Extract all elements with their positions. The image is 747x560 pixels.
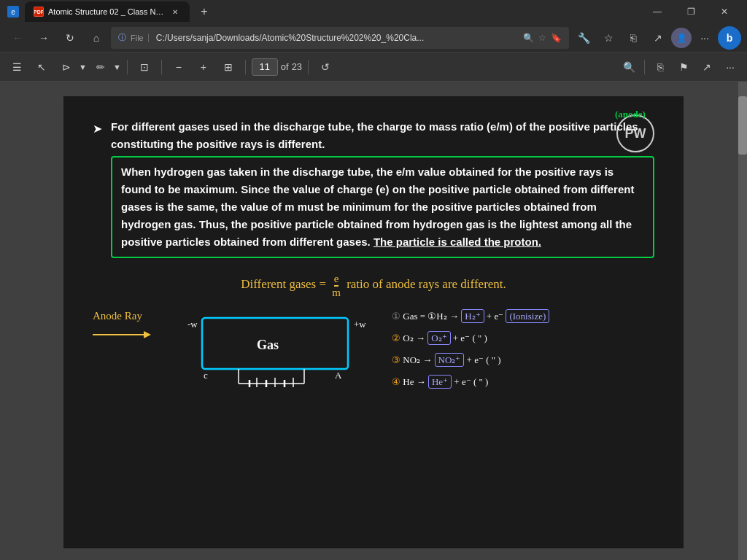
hw-text2: ratio of anode rays are different. (347, 277, 506, 291)
equations-area: ① Gas = ①H₂ → H₂⁺ + e⁻ (Ionisize) ② O₂ →… (392, 307, 549, 394)
close-button[interactable]: ✕ (708, 0, 741, 23)
separator4 (308, 60, 309, 74)
scrollbar-thumb[interactable] (738, 96, 747, 155)
tab-close-button[interactable]: ✕ (169, 6, 181, 18)
eq-line-3: ③ NO₂ → NO₂⁺ + e⁻ ( " ) (392, 351, 549, 370)
bing-copilot-button[interactable]: b (718, 26, 741, 50)
separator5 (644, 60, 645, 74)
info-icon: ⓘ (118, 32, 126, 43)
eq4-text: He → (403, 376, 428, 387)
page-navigation: 11 of 23 (252, 58, 302, 76)
extensions-button[interactable]: 🔧 (572, 26, 595, 50)
eq3-product: NO₂⁺ (435, 353, 465, 367)
pdf-tools-right: 🔍 ⎘ ⚑ ↗ ··· (618, 56, 741, 78)
page-number-input[interactable]: 11 (252, 58, 278, 76)
of-label: of (281, 61, 289, 72)
pdf-search-button[interactable]: 🔍 (618, 56, 640, 78)
eq2-product: O₂⁺ (427, 331, 450, 345)
svg-text:c: c (204, 370, 208, 381)
bullet-point-1: ➤ For different gases used in the discha… (93, 118, 654, 258)
zoom-out-button[interactable]: − (168, 56, 190, 78)
separator3 (245, 60, 246, 74)
pdf-copy-button[interactable]: ⎘ (649, 56, 671, 78)
settings-more-button[interactable]: ··· (693, 26, 716, 50)
forward-button[interactable]: → (32, 26, 55, 50)
sidebar-toggle-button[interactable]: ☰ (6, 56, 28, 78)
pdf-more-button[interactable]: ··· (719, 56, 741, 78)
eq2-text: O₂ → (403, 332, 427, 343)
file-label: File (131, 34, 149, 42)
address-bar[interactable]: ⓘ File C:/Users/sanja/Downloads/Atomic%2… (111, 27, 569, 49)
hw-e: e (334, 273, 339, 287)
eq3-rest: + e⁻ ( " ) (467, 354, 501, 365)
eq2-rest: + e⁻ ( " ) (453, 332, 487, 343)
fit-width-button[interactable]: ⊞ (217, 56, 239, 78)
annotation-dropdown[interactable]: ▼ (113, 63, 121, 71)
back-button[interactable]: ← (6, 26, 29, 50)
eq-line-2: ② O₂ → O₂⁺ + e⁻ ( " ) (392, 329, 549, 348)
eq3-text: NO₂ → (403, 354, 434, 365)
svg-text:PDF: PDF (34, 9, 43, 15)
cursor-tool-button[interactable]: ↖ (31, 56, 53, 78)
svg-text:A: A (335, 370, 342, 381)
pdf-toolbar: ☰ ↖ ⊳ ▼ ✏ ▼ ⊡ − + ⊞ 11 of 23 ↺ 🔍 ⎘ ⚑ ↗ ·… (0, 52, 747, 82)
separator2 (161, 60, 162, 74)
search-address-icon: 🔍 (523, 33, 534, 43)
svg-marker-5 (144, 331, 151, 338)
svg-text:+w: +w (354, 319, 366, 330)
eq4-circle: ④ (392, 376, 400, 387)
maximize-button[interactable]: ❐ (674, 0, 708, 23)
home-button[interactable]: ⌂ (85, 26, 108, 50)
rotate-button[interactable]: ↺ (314, 56, 336, 78)
collections-button[interactable]: ⎗ (622, 26, 645, 50)
scrollbar[interactable] (738, 82, 747, 560)
pdf-page: PW ➤ For different gases used in the dis… (63, 96, 684, 548)
highlighted-paragraph: When hydrogen gas taken in the discharge… (111, 156, 654, 258)
main-content: PW ➤ For different gases used in the dis… (0, 82, 747, 560)
pdf-share-button[interactable]: ↗ (696, 56, 718, 78)
underlined-text: The particle is called the proton. (374, 236, 541, 248)
svg-text:Gas: Gas (257, 338, 279, 352)
annotation-tool-button[interactable]: ✏ (90, 56, 112, 78)
star-icon: ☆ (538, 33, 546, 43)
fit-page-button[interactable]: ⊡ (133, 56, 155, 78)
eq1-product1: H₂⁺ (461, 309, 484, 323)
refresh-button[interactable]: ↻ (58, 26, 82, 50)
pdf-tab-icon: PDF (34, 7, 44, 17)
minimize-button[interactable]: — (640, 0, 674, 23)
window-controls: — ❐ ✕ (640, 0, 741, 23)
navigation-bar: ← → ↻ ⌂ ⓘ File C:/Users/sanja/Downloads/… (0, 23, 747, 52)
profile-icon[interactable]: 👤 (671, 28, 692, 48)
pdf-bookmark-button[interactable]: ⚑ (673, 56, 694, 78)
tab-title: Atomic Structure 02 _ Class Note (48, 7, 165, 16)
anode-ray-label: Anode Ray (93, 307, 142, 324)
svg-text:e: e (11, 8, 15, 16)
paragraph-text: When hydrogen gas taken in the discharge… (121, 166, 634, 248)
highlight-tool-button[interactable]: ⊳ (55, 56, 77, 78)
highlight-dropdown[interactable]: ▼ (79, 63, 87, 71)
eq3-circle: ③ (392, 354, 400, 365)
gas-tube-diagram: Gas -w +w c A (173, 307, 377, 392)
anode-ray-arrow (93, 327, 151, 342)
zoom-in-button[interactable]: + (193, 56, 214, 78)
page-total-label: 23 (292, 61, 302, 72)
address-text: C:/Users/sanja/Downloads/Atomic%20Struct… (156, 33, 519, 43)
nav-right-icons: 🔧 ☆ ⎗ ↗ 👤 ··· b (572, 26, 741, 50)
diagram-row: Anode Ray Gas (93, 307, 654, 394)
eq1-circle: ① (392, 311, 400, 322)
gas-tube-svg: Gas -w +w c A (173, 307, 377, 387)
svg-text:-w: -w (187, 319, 198, 330)
anode-ray-area: Anode Ray (93, 307, 166, 342)
bullet-arrow-1: ➤ (93, 120, 102, 258)
tab-strip: e PDF Atomic Structure 02 _ Class Note ✕… (6, 1, 214, 22)
eq2-circle: ② (392, 332, 400, 343)
share-button[interactable]: ↗ (646, 26, 670, 50)
active-tab[interactable]: PDF Atomic Structure 02 _ Class Note ✕ (25, 1, 190, 22)
hw-m: m (332, 287, 341, 299)
favorites-button[interactable]: ☆ (597, 26, 620, 50)
title-bar: e PDF Atomic Structure 02 _ Class Note ✕… (0, 0, 747, 23)
bullet1-text: For different gases used in the discharg… (111, 120, 638, 150)
new-tab-button[interactable]: + (194, 1, 214, 22)
eq1-ionize: (Ionisize) (506, 309, 549, 323)
hw-equation-line: Different gases = e m ratio of anode ray… (93, 273, 654, 298)
